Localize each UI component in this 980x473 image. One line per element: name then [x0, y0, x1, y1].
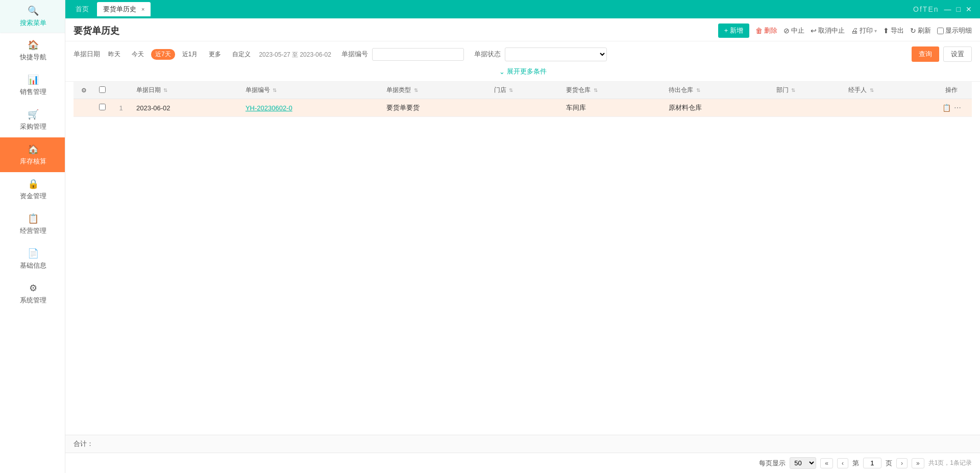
more-icon[interactable]: ⋯: [954, 104, 961, 112]
sidebar-label: 系统管理: [20, 296, 46, 305]
date-options: 昨天 今天 近7天 近1月 更多 自定义: [104, 49, 255, 60]
row-date: 2023-06-02: [131, 99, 240, 117]
display-cell-label: 显示明细: [945, 26, 972, 35]
table-header: ⚙ 单据日期 ⇅ 单据编号 ⇅ 单据类型 ⇅ 门店 ⇅ 要货仓库 ⇅ 待出仓库 …: [74, 82, 972, 99]
prev-page-btn[interactable]: ‹: [837, 458, 848, 468]
export-button[interactable]: ⬆ 导出: [883, 26, 904, 35]
new-button[interactable]: + 新增: [718, 23, 749, 38]
print-button[interactable]: 🖨 打印 ▾: [851, 26, 877, 35]
stop-button[interactable]: ⊘ 中止: [783, 26, 804, 35]
row-type: 要货单要货: [381, 99, 488, 117]
row-handler: [843, 99, 931, 117]
sidebar-item-operations[interactable]: 📋 经营管理: [0, 207, 65, 242]
sidebar-label: 采购管理: [20, 122, 46, 131]
sidebar-label: 搜索菜单: [20, 18, 46, 28]
page-input[interactable]: [863, 458, 881, 468]
sidebar-item-search-menu[interactable]: 🔍 搜索菜单: [0, 0, 65, 33]
brand-text: OfTEn: [913, 5, 939, 13]
tab-home[interactable]: 首页: [69, 2, 95, 16]
col-checkbox: [94, 82, 111, 99]
first-page-btn[interactable]: «: [820, 458, 833, 468]
table-row: 1 2023-06-02 YH-20230602-0 要货单要货 车间库 原材料…: [74, 99, 972, 117]
col-handler[interactable]: 经手人 ⇅: [843, 82, 931, 99]
sidebar-item-quick-nav[interactable]: 🏠 快捷导航: [0, 33, 65, 68]
date-opt-7days[interactable]: 近7天: [151, 49, 175, 60]
col-pending-warehouse[interactable]: 待出仓库 ⇅: [664, 82, 771, 99]
row-store: [489, 99, 561, 117]
col-type[interactable]: 单据类型 ⇅: [381, 82, 488, 99]
row-checkbox-cell: [94, 99, 111, 117]
table-footer: 合计：: [65, 435, 980, 453]
date-opt-more[interactable]: 更多: [205, 49, 225, 60]
tab-requisition-history[interactable]: 要货单历史 ×: [97, 2, 151, 16]
last-page-btn[interactable]: »: [912, 458, 924, 468]
tab-close-icon[interactable]: ×: [141, 6, 144, 12]
sidebar-item-purchase[interactable]: 🛒 采购管理: [0, 103, 65, 137]
row-checkbox[interactable]: [99, 104, 106, 110]
stop-label: 中止: [791, 26, 804, 35]
date-opt-1month[interactable]: 近1月: [178, 49, 202, 60]
query-button[interactable]: 查询: [912, 46, 939, 62]
sidebar-item-finance[interactable]: 🔒 资金管理: [0, 172, 65, 207]
col-store[interactable]: 门店 ⇅: [489, 82, 561, 99]
col-req-warehouse[interactable]: 要货仓库 ⇅: [561, 82, 664, 99]
select-all-checkbox[interactable]: [99, 86, 106, 93]
filter-row-1: 单据日期 昨天 今天 近7天 近1月 更多 自定义 2023-05-27 至 2…: [74, 46, 972, 62]
sidebar-label: 快捷导航: [20, 53, 46, 62]
col-index: [111, 82, 131, 99]
gear-icon: ⚙: [29, 282, 37, 294]
sidebar: 🔍 搜索菜单 🏠 快捷导航 📊 销售管理 🛒 采购管理 🏠 库存核算 🔒 资金管…: [0, 0, 65, 473]
main-area: 首页 要货单历史 × OfTEn — □ ✕ 要货单历史 + 新增 🗑 删除: [65, 0, 980, 473]
per-page-select[interactable]: 10 20 50 100: [790, 457, 816, 469]
sidebar-item-basic-info[interactable]: 📄 基础信息: [0, 242, 65, 276]
maximize-btn[interactable]: □: [957, 5, 961, 13]
chart-icon: 📊: [28, 74, 39, 85]
date-opt-today[interactable]: 今天: [128, 49, 148, 60]
next-page-btn[interactable]: ›: [896, 458, 908, 468]
print-dropdown-icon: ▾: [874, 28, 877, 34]
display-cell-checkbox[interactable]: [937, 28, 944, 34]
cancel-stop-button[interactable]: ↩ 取消中止: [811, 26, 845, 35]
date-range-display: 2023-05-27 至 2023-06-02: [259, 51, 331, 59]
date-opt-yesterday[interactable]: 昨天: [104, 49, 125, 60]
row-department: [771, 99, 844, 117]
doc-number-label: 单据编号: [341, 50, 368, 59]
sidebar-item-inventory[interactable]: 🏠 库存核算: [0, 137, 65, 172]
sidebar-label: 经营管理: [20, 226, 46, 235]
doc-number-input[interactable]: [372, 48, 464, 61]
stop-icon: ⊘: [783, 27, 790, 35]
minimize-btn[interactable]: —: [944, 5, 951, 13]
date-filter-label: 单据日期: [74, 50, 100, 59]
status-filter-group: 单据状态: [474, 48, 607, 61]
col-settings[interactable]: ⚙: [74, 82, 94, 99]
edit-icon[interactable]: 📋: [942, 104, 951, 112]
col-date[interactable]: 单据日期 ⇅: [131, 82, 240, 99]
export-label: 导出: [891, 26, 904, 35]
row-req-warehouse: 车间库: [561, 99, 664, 117]
cart-icon: 🛒: [28, 109, 39, 120]
row-settings: [74, 99, 94, 117]
sidebar-item-sales[interactable]: 📊 销售管理: [0, 68, 65, 103]
sidebar-item-system[interactable]: ⚙ 系统管理: [0, 276, 65, 311]
date-opt-custom[interactable]: 自定义: [228, 49, 255, 60]
refresh-icon: ↻: [910, 27, 916, 35]
expand-filter-button[interactable]: ⌄ 展开更多条件: [74, 65, 972, 78]
cancel-stop-icon: ↩: [811, 27, 817, 35]
pagination: 每页显示 10 20 50 100 « ‹ 第 页 › » 共1页，1条记录: [65, 453, 980, 473]
col-department[interactable]: 部门 ⇅: [771, 82, 844, 99]
delete-button[interactable]: 🗑 删除: [755, 26, 777, 35]
settings-button[interactable]: 设置: [943, 46, 972, 62]
page-unit: 页: [886, 459, 892, 468]
clipboard-icon: 📋: [28, 213, 39, 224]
display-cell-button[interactable]: 显示明细: [937, 26, 972, 35]
total-info: 共1页，1条记录: [928, 459, 972, 467]
row-number[interactable]: YH-20230602-0: [240, 99, 381, 117]
row-operation: 📋 ⋯: [931, 99, 972, 117]
col-number[interactable]: 单据编号 ⇅: [240, 82, 381, 99]
refresh-button[interactable]: ↻ 刷新: [910, 26, 931, 35]
home-icon: 🏠: [28, 39, 39, 51]
summary-label: 合计：: [74, 439, 93, 448]
table-body: 1 2023-06-02 YH-20230602-0 要货单要货 车间库 原材料…: [74, 99, 972, 117]
close-btn[interactable]: ✕: [966, 5, 972, 13]
status-select[interactable]: [505, 48, 607, 61]
